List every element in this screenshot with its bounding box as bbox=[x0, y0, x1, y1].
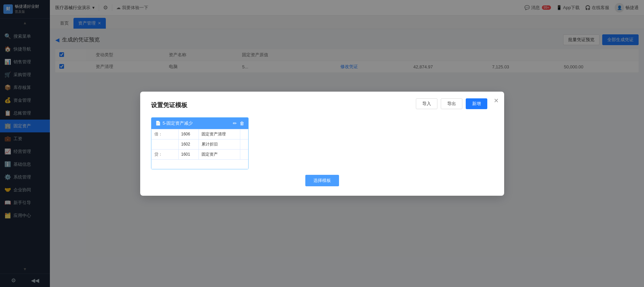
entry-type: 贷： bbox=[151, 149, 178, 159]
template-doc-icon: 📄 bbox=[155, 121, 161, 126]
entry-amount bbox=[240, 129, 248, 139]
entry-empty bbox=[151, 159, 248, 169]
entry-code: 1606 bbox=[178, 129, 198, 139]
entry-code: 1602 bbox=[178, 139, 198, 149]
entry-type bbox=[151, 139, 178, 149]
template-card: 📄 5-固定资产减少 ✏ 🗑 借： 1606 bbox=[151, 117, 249, 169]
entry-type: 借： bbox=[151, 129, 178, 139]
select-template-button[interactable]: 选择模板 bbox=[305, 175, 339, 186]
entry-subject: 累计折旧 bbox=[198, 139, 240, 149]
entry-subject: 固定资产 bbox=[198, 149, 240, 159]
entry-amount bbox=[240, 139, 248, 149]
template-header-left: 📄 5-固定资产减少 bbox=[155, 120, 193, 126]
template-entry-row: 借： 1606 固定资产清理 bbox=[151, 129, 248, 139]
template-card-actions: ✏ 🗑 bbox=[233, 121, 244, 126]
template-edit-icon[interactable]: ✏ bbox=[233, 121, 237, 126]
template-area: 📄 5-固定资产减少 ✏ 🗑 借： 1606 bbox=[151, 117, 493, 169]
template-entries-table: 借： 1606 固定资产清理 1602 累计折旧 贷： bbox=[151, 129, 248, 169]
template-id-name: 5-固定资产减少 bbox=[163, 120, 193, 126]
template-card-header: 📄 5-固定资产减少 ✏ 🗑 bbox=[151, 118, 248, 129]
template-entry-row: 贷： 1601 固定资产 bbox=[151, 149, 248, 159]
entry-code: 1601 bbox=[178, 149, 198, 159]
template-delete-icon[interactable]: 🗑 bbox=[240, 121, 244, 126]
modal-overlay[interactable]: 设置凭证模板 导入 导出 新增 ✕ 📄 5-固定资产减少 bbox=[0, 0, 644, 287]
new-template-button[interactable]: 新增 bbox=[466, 98, 487, 109]
export-button[interactable]: 导出 bbox=[441, 98, 462, 109]
import-button[interactable]: 导入 bbox=[416, 98, 437, 109]
modal-header-actions: 导入 导出 新增 bbox=[416, 98, 487, 109]
template-entry-row-empty bbox=[151, 159, 248, 169]
entry-subject: 固定资产清理 bbox=[198, 129, 240, 139]
template-modal: 设置凭证模板 导入 导出 新增 ✕ 📄 5-固定资产减少 bbox=[140, 92, 504, 196]
template-entry-row: 1602 累计折旧 bbox=[151, 139, 248, 149]
entry-amount bbox=[240, 149, 248, 159]
modal-close-button[interactable]: ✕ bbox=[494, 97, 499, 104]
